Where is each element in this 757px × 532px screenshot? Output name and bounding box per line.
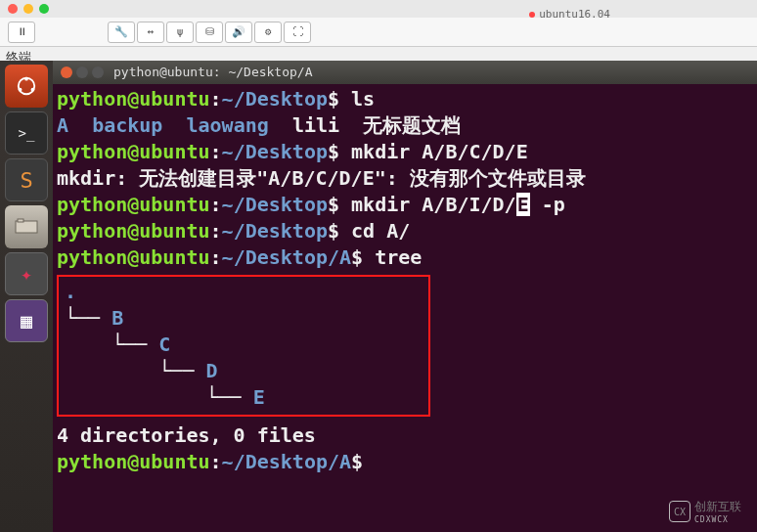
disk-icon[interactable]: ⛁ xyxy=(196,22,223,43)
prompt-user: python@ubuntu xyxy=(57,87,210,111)
file-lili: lili xyxy=(292,113,339,137)
cmd-mkdir2c: -p xyxy=(530,193,565,216)
vm-status-icon xyxy=(529,12,535,18)
terminal-icon[interactable]: >_ xyxy=(5,111,48,155)
cmd-tree: tree xyxy=(375,245,422,269)
cmd-mkdir2b: /D/ xyxy=(481,193,516,216)
text-cursor-icon: I xyxy=(468,193,480,216)
dash-icon[interactable] xyxy=(5,65,48,108)
files-icon[interactable] xyxy=(5,205,48,248)
cmd-mkdir2a: mkdir A/B/ xyxy=(351,193,468,216)
ubuntu-desktop: >_ S ✦ ▦ python@ubuntu: ~/Desktop/A pyth… xyxy=(0,61,757,532)
app-icon[interactable]: ▦ xyxy=(5,299,48,342)
svg-rect-4 xyxy=(16,221,37,233)
tree-output-highlight: . └── B └── C └── D └── E xyxy=(57,275,430,417)
mkdir-error: mkdir: 无法创建目录"A/B/C/D/E": 没有那个文件或目录 xyxy=(57,166,586,190)
terminal-body[interactable]: python@ubuntu:~/Desktop$ ls A backup lao… xyxy=(53,84,757,477)
sound-icon[interactable]: 🔊 xyxy=(225,22,252,43)
tree-e: E xyxy=(253,385,265,409)
usb-icon[interactable]: ψ xyxy=(166,22,194,43)
pause-button[interactable]: ⏸ xyxy=(8,22,35,43)
watermark-en: CDXWCX xyxy=(694,515,741,524)
file-untitled: 无标题文档 xyxy=(363,113,461,137)
sublime-icon[interactable]: S xyxy=(5,158,48,201)
svg-point-1 xyxy=(24,77,28,81)
watermark-cn: 创新互联 xyxy=(694,499,741,515)
file-laowang: laowang xyxy=(186,113,268,137)
watermark: CX 创新互联 CDXWCX xyxy=(669,499,741,524)
watermark-logo-icon: CX xyxy=(669,501,690,522)
tree-d: D xyxy=(206,359,218,382)
tree-root: . xyxy=(65,280,76,303)
unity-launcher: >_ S ✦ ▦ xyxy=(0,61,53,532)
settings-icon[interactable]: ⚙ xyxy=(254,22,282,43)
terminal-titlebar[interactable]: python@ubuntu: ~/Desktop/A xyxy=(53,61,757,84)
cmd-ls: ls xyxy=(351,87,375,111)
vm-toolbar: ⏸ 🔧 ↔ ψ ⛁ 🔊 ⚙ ⛶ xyxy=(0,18,757,47)
mac-close-icon[interactable] xyxy=(8,4,18,14)
file-backup: backup xyxy=(92,113,162,137)
network-icon[interactable]: ↔ xyxy=(137,22,164,43)
mac-min-icon[interactable] xyxy=(23,4,33,14)
fullscreen-icon[interactable]: ⛶ xyxy=(284,22,311,43)
tree-b: B xyxy=(111,306,123,330)
vm-tab[interactable]: ubuntu16.04 xyxy=(529,8,610,21)
file-a: A xyxy=(57,113,68,137)
tree-summary: 4 directories, 0 files xyxy=(57,423,316,447)
svg-rect-5 xyxy=(18,219,23,222)
mac-traffic-lights xyxy=(0,0,757,18)
cmd-cd: cd A/ xyxy=(351,219,410,243)
system-settings-icon[interactable]: ✦ xyxy=(5,252,48,295)
window-min-icon[interactable] xyxy=(76,66,88,78)
window-max-icon[interactable] xyxy=(92,66,104,78)
cursor-block: E xyxy=(516,193,530,216)
mac-max-icon[interactable] xyxy=(39,4,49,14)
prompt-path: ~/Desktop xyxy=(222,87,328,111)
toolbar-spacer xyxy=(37,22,106,43)
window-close-icon[interactable] xyxy=(61,66,72,78)
cmd-mkdir1: mkdir A/B/C/D/E xyxy=(351,140,528,163)
wrench-icon[interactable]: 🔧 xyxy=(108,22,135,43)
vm-tab-label: ubuntu16.04 xyxy=(539,8,610,21)
svg-point-2 xyxy=(31,88,35,92)
terminal-window: python@ubuntu: ~/Desktop/A python@ubuntu… xyxy=(53,61,757,532)
svg-point-3 xyxy=(19,88,22,92)
terminal-title: python@ubuntu: ~/Desktop/A xyxy=(113,64,313,81)
tree-c: C xyxy=(158,332,170,356)
